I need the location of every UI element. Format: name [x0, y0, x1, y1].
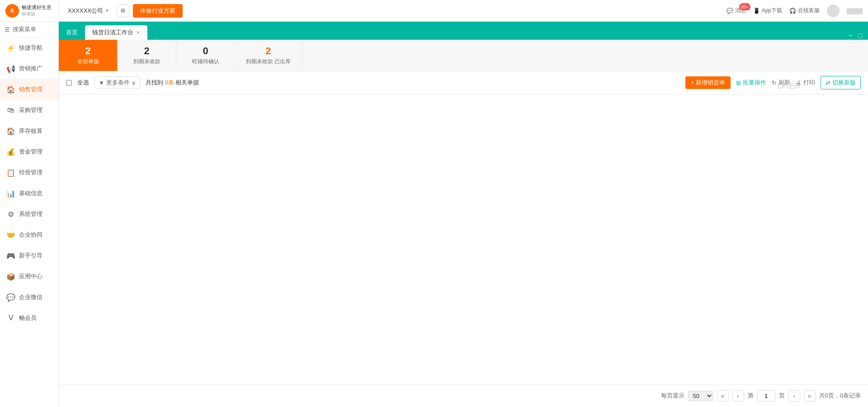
sidebar-item-label: 基础信息: [19, 189, 42, 197]
system-icon: ⚙: [6, 210, 15, 219]
tab-close-icon[interactable]: ✕: [136, 30, 140, 36]
refresh-button[interactable]: ↻ 刷新: [772, 79, 790, 87]
print-button[interactable]: 🖨 打印: [796, 79, 815, 87]
stat-tab-overdue[interactable]: 2 到期未收款: [118, 40, 176, 71]
sidebar-item-label: 企业微信: [19, 293, 42, 301]
toolbar: 全选 ▼ 更多条件 ∨ 共找到 0条 相关单据 + 新增销货单 ⊞ 批量操作 ↻: [59, 71, 868, 94]
sidebar-item-basic-info[interactable]: 📊 基础信息: [0, 183, 58, 204]
found-count: 0条: [165, 79, 174, 86]
user-name[interactable]: ▓▓▓▓: [847, 8, 863, 14]
select-all-checkbox[interactable]: [66, 80, 72, 86]
sidebar-item-member[interactable]: V 畅会员: [0, 308, 58, 328]
online-service-label: 在线客服: [798, 7, 820, 14]
sidebar-nav: ⚡ 快捷导航 📢 营销推广 🏠 销售管理 🛍 采购管理 🏠 库存核算 💰 资金管…: [0, 37, 58, 407]
stat-tab-overdue-shipped[interactable]: 2 到期未收款 已出库: [235, 40, 302, 71]
switch-version-button[interactable]: ⇄ 切换新版: [821, 76, 861, 89]
total-info: 共0页，0条记录: [819, 392, 861, 400]
sidebar-item-system[interactable]: ⚙ 系统管理: [0, 204, 58, 225]
tab-workbench-label: 钱货日清工作台: [92, 28, 133, 37]
sidebar-item-purchase[interactable]: 🛍 采购管理: [0, 100, 58, 121]
switch-icon: ⇄: [826, 80, 830, 86]
page-label: 第: [748, 392, 754, 400]
batch-operation-button[interactable]: ⊞ 批量操作: [736, 79, 766, 87]
message-button[interactable]: 💬 消息 99+: [726, 7, 746, 14]
avatar[interactable]: [827, 5, 840, 17]
last-page-button[interactable]: »: [804, 390, 816, 402]
sidebar-item-finance[interactable]: 💰 资金管理: [0, 141, 58, 162]
filter-chevron-icon: ∨: [132, 80, 136, 86]
tab-bar: 首页 钱货日清工作台 ✕ − □: [59, 22, 868, 40]
sidebar: 6 畅捷通好生意 标准版 ☰ 搜索菜单 ⚡ 快捷导航 📢 营销推广 🏠 销售管理…: [0, 0, 59, 407]
filter-label: 更多条件: [106, 79, 130, 87]
stat-num-overdue: 2: [128, 45, 165, 57]
stat-num-wangfu: 0: [187, 45, 224, 57]
inventory-icon: 🏠: [6, 127, 15, 136]
tab-bar-actions: − □: [843, 32, 868, 40]
sidebar-item-inventory[interactable]: 🏠 库存核算: [0, 121, 58, 141]
switch-label: 切换新版: [832, 79, 856, 87]
filter-button[interactable]: ▼ 更多条件 ∨: [94, 76, 140, 89]
sidebar-item-weixin[interactable]: 💬 企业微信: [0, 287, 58, 308]
purchase-icon: 🛍: [6, 106, 15, 114]
batch-label: 批量操作: [743, 79, 766, 87]
add-sales-order-button[interactable]: + 新增销货单: [685, 76, 731, 89]
basic-info-icon: 📊: [6, 189, 15, 198]
prev-page-button[interactable]: ‹: [732, 390, 744, 402]
sidebar-item-label: 库存核算: [19, 127, 42, 135]
brand-name: 畅捷通好生意: [22, 4, 52, 10]
stat-label-all: 全部单据: [70, 58, 106, 65]
tab-home-label: 首页: [66, 28, 78, 37]
weixin-icon: 💬: [6, 293, 15, 302]
page-number-input[interactable]: [757, 390, 775, 402]
minimize-icon[interactable]: −: [849, 32, 853, 40]
search-icon: ☰: [5, 26, 10, 33]
settings-icon: ⚙: [120, 7, 126, 14]
sidebar-item-label: 畅会员: [19, 314, 37, 322]
chevron-down-icon: ▼: [105, 8, 109, 13]
sidebar-item-label: 资金管理: [19, 148, 42, 156]
sales-icon: 🏠: [6, 85, 15, 94]
sidebar-item-marketing[interactable]: 📢 营销推广: [0, 58, 58, 79]
sidebar-item-label: 应用中心: [19, 272, 42, 281]
sidebar-item-label: 销售管理: [19, 85, 42, 94]
message-badge: 99+: [739, 3, 750, 10]
sidebar-item-cooperation[interactable]: 🤝 企业协同: [0, 225, 58, 245]
online-service-button[interactable]: 🎧 在线客服: [789, 7, 820, 14]
logo-icon: 6: [5, 4, 19, 18]
stat-num-overdue-shipped: 2: [246, 45, 291, 57]
stats-row: 2 全部单据 2 到期未收款 0 旺辅待确认 2 到期未收款 已出库: [59, 40, 868, 71]
maximize-icon[interactable]: □: [858, 32, 863, 40]
app-download-button[interactable]: 📱 App下载: [753, 7, 782, 14]
brand-sub: 标准版: [22, 11, 52, 17]
stat-tab-wangfu[interactable]: 0 旺辅待确认: [176, 40, 235, 71]
page-suffix: 页: [779, 392, 785, 400]
download-icon: 📱: [753, 8, 760, 14]
sidebar-item-quick-nav[interactable]: ⚡ 快捷导航: [0, 37, 58, 58]
tab-home[interactable]: 首页: [59, 25, 85, 40]
page-size-select[interactable]: 50 10 20 100: [688, 391, 713, 401]
sidebar-item-app-center[interactable]: 📦 应用中心: [0, 266, 58, 287]
toolbar-right: + 新增销货单 ⊞ 批量操作 ↻ 刷新 🖨 打印 ⇄ 切换新版: [685, 76, 861, 89]
finance-icon: 💰: [6, 148, 15, 156]
sidebar-item-sales[interactable]: 🏠 销售管理: [0, 79, 58, 100]
message-icon: 💬: [726, 8, 733, 14]
tab-workbench[interactable]: 钱货日清工作台 ✕: [85, 25, 147, 40]
first-page-button[interactable]: «: [717, 390, 729, 402]
next-page-button[interactable]: ›: [788, 390, 800, 402]
found-prefix: 共找到: [146, 79, 163, 86]
search-menu[interactable]: ☰ 搜索菜单: [0, 22, 58, 37]
pagination-bar: 每页显示 50 10 20 100 « ‹ 第 页 › » 共0页，0条记录: [59, 384, 868, 407]
table-area: [59, 94, 868, 347]
sidebar-item-operations[interactable]: 📋 经营管理: [0, 162, 58, 183]
print-label: 打印: [803, 79, 815, 87]
company-selector[interactable]: XXXXXX公司 ▼: [64, 7, 113, 15]
stat-tab-all[interactable]: 2 全部单据: [59, 40, 118, 71]
sidebar-item-guide[interactable]: 🎮 新手引导: [0, 245, 58, 266]
trial-button[interactable]: 体验行业方案: [133, 4, 183, 18]
found-suffix: 相关单据: [175, 79, 199, 86]
settings-button[interactable]: ⚙: [117, 5, 129, 17]
app-download-label: App下载: [762, 7, 782, 14]
sidebar-logo: 6 畅捷通好生意 标准版: [0, 0, 58, 22]
sidebar-item-label: 经营管理: [19, 168, 42, 177]
stat-label-overdue: 到期未收款: [128, 58, 165, 65]
